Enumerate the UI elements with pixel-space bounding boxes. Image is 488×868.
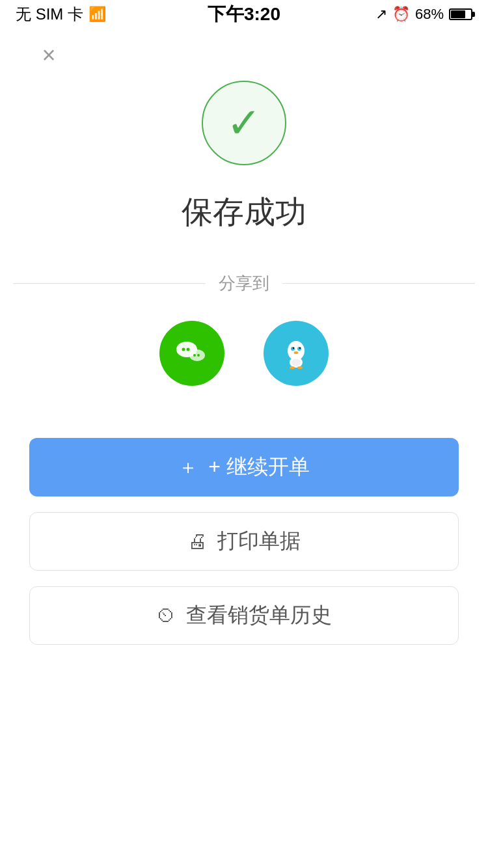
history-button[interactable]: ⏲ 查看销货单历史 — [29, 586, 459, 645]
sim-status: 无 SIM 卡 — [16, 4, 83, 25]
svg-point-9 — [293, 347, 294, 349]
qq-share-button[interactable] — [264, 321, 329, 386]
history-label: 查看销货单历史 — [186, 601, 332, 630]
wechat-icon — [172, 334, 211, 373]
status-left: 无 SIM 卡 📶 — [16, 4, 106, 25]
svg-point-7 — [291, 347, 295, 351]
continue-order-label: + 继续开单 — [208, 453, 310, 481]
close-button[interactable]: × — [33, 39, 65, 72]
print-button[interactable]: 🖨 打印单据 — [29, 512, 459, 571]
share-section: 分享到 — [0, 272, 488, 386]
svg-point-5 — [197, 354, 200, 357]
plus-icon: ＋ — [178, 454, 198, 481]
clock-icon: ⏲ — [156, 604, 176, 627]
status-right: ↗ ⏰ 68% — [375, 6, 472, 23]
svg-point-11 — [294, 351, 299, 354]
location-icon: ↗ — [375, 6, 387, 23]
svg-point-1 — [182, 348, 185, 351]
svg-point-10 — [299, 347, 301, 349]
svg-point-15 — [297, 366, 303, 369]
svg-point-14 — [290, 366, 295, 369]
success-circle: ✓ — [202, 81, 286, 165]
action-buttons: ＋ + 继续开单 🖨 打印单据 ⏲ 查看销货单历史 — [29, 438, 459, 645]
qq-icon — [277, 334, 316, 373]
share-label: 分享到 — [219, 272, 269, 295]
continue-order-button[interactable]: ＋ + 继续开单 — [29, 438, 459, 496]
checkmark-icon: ✓ — [226, 102, 262, 144]
success-title: 保存成功 — [182, 191, 306, 233]
close-icon: × — [42, 44, 55, 67]
svg-point-2 — [187, 348, 190, 351]
status-time: 下午3:20 — [208, 2, 280, 27]
divider-line-right — [282, 283, 475, 284]
wechat-share-button[interactable] — [159, 321, 224, 386]
svg-point-4 — [193, 354, 196, 357]
share-icons — [159, 321, 329, 386]
main-content: ✓ 保存成功 分享到 — [0, 29, 488, 645]
wifi-icon: 📶 — [88, 6, 106, 23]
svg-point-8 — [297, 347, 301, 351]
print-icon: 🖨 — [187, 530, 207, 552]
svg-point-13 — [291, 359, 301, 366]
battery-percent: 68% — [415, 6, 444, 23]
divider-line-left — [13, 283, 206, 284]
print-label: 打印单据 — [217, 527, 301, 556]
share-divider: 分享到 — [0, 272, 488, 295]
alarm-icon: ⏰ — [392, 6, 410, 23]
status-bar: 无 SIM 卡 📶 下午3:20 ↗ ⏰ 68% — [0, 0, 488, 29]
battery-icon — [449, 8, 472, 20]
